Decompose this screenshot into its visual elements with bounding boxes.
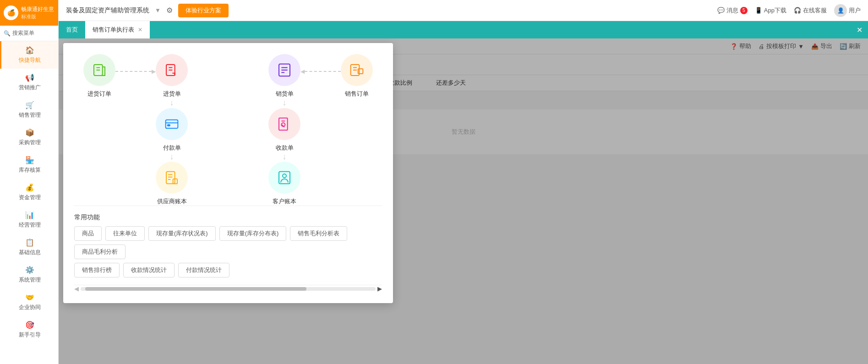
func-buttons-group-2: 销售排行榜 收款情况统计 付款情况统计 — [74, 263, 382, 277]
flow-item-sales-order[interactable]: 销售订单 — [341, 54, 373, 98]
arrow-down-payment: ↓ — [156, 152, 188, 162]
func-btn-product[interactable]: 商品 — [74, 226, 102, 241]
sales-receipt-icon — [268, 54, 300, 86]
svg-point-26 — [283, 174, 286, 178]
sidebar-menu: 🏠 快捷导航 📢 营销推广 🛒 销售管理 📦 采购管理 🏪 库存核算 💰 — [0, 41, 58, 364]
flow-item-purchase-order[interactable]: 进货订单 — [83, 54, 115, 98]
flow-row-1: 进货订单 ▶ 进货单 — [74, 54, 382, 98]
search-menu[interactable]: 🔍 搜索菜单 — [0, 26, 58, 41]
common-funcs-title: 常用功能 — [74, 213, 382, 222]
sidebar-item-enterprise[interactable]: 🤝 企业协同 — [0, 288, 58, 316]
app-container: 🍊 畅康通好生意 标准版 🔍 搜索菜单 🏠 快捷导航 📢 营销推广 🛒 销售管理 — [0, 0, 868, 364]
flow-item-purchase-receipt[interactable]: 进货单 — [156, 54, 188, 98]
online-service-item[interactable]: 🎧 在线客服 — [794, 6, 827, 15]
func-btn-receipt-stats[interactable]: 收款情况统计 — [123, 263, 175, 277]
system-name: 装备及固定资产辅助管理系统 — [66, 6, 149, 15]
svg-rect-20 — [166, 172, 175, 184]
arrow-down-sales: ↓ — [268, 98, 300, 108]
message-icon: 💬 — [717, 7, 725, 14]
purchase-icon: 📦 — [25, 128, 34, 137]
flow-arrows-down-1: ↓ ↓ — [74, 98, 382, 108]
sales-order-icon — [341, 54, 373, 86]
flow-diagram: 进货订单 ▶ 进货单 — [74, 54, 382, 206]
sidebar: 🍊 畅康通好生意 标准版 🔍 搜索菜单 🏠 快捷导航 📢 营销推广 🛒 销售管理 — [0, 0, 59, 364]
modal-overlay[interactable]: 进货订单 ▶ 进货单 — [59, 38, 868, 364]
func-btn-stock-status[interactable]: 现存量(库存状况表) — [148, 226, 216, 241]
modal: 进货订单 ▶ 进货单 — [63, 43, 393, 303]
sidebar-item-quick-nav[interactable]: 🏠 快捷导航 — [0, 41, 58, 69]
sidebar-item-marketing[interactable]: 📢 营销推广 — [0, 69, 58, 96]
logo: 🍊 畅康通好生意 标准版 — [0, 0, 58, 26]
func-btn-counterpart[interactable]: 往来单位 — [105, 226, 145, 241]
flow-arrows-down-2: ↓ ↓ — [74, 152, 382, 162]
enterprise-icon: 🤝 — [25, 293, 34, 302]
scroll-thumb[interactable] — [85, 287, 306, 291]
svg-rect-13 — [358, 69, 363, 74]
sidebar-item-purchase[interactable]: 📦 采购管理 — [0, 124, 58, 151]
sidebar-item-newbie[interactable]: 🎯 新手引导 — [0, 316, 58, 343]
sidebar-item-sales[interactable]: 🛒 销售管理 — [0, 96, 58, 124]
svg-rect-16 — [168, 125, 170, 126]
flow-item-supplier-ledger[interactable]: 供应商账本 — [156, 162, 188, 206]
arrow-down-receipt: ↓ — [268, 152, 300, 162]
headset-icon: 🎧 — [794, 7, 801, 14]
func-btn-product-margin[interactable]: 商品毛利分析 — [74, 244, 126, 259]
tab-home[interactable]: 首页 — [59, 21, 85, 38]
app-download-item[interactable]: 📱 App下载 — [755, 6, 786, 15]
svg-rect-14 — [166, 120, 178, 128]
search-icon: 🔍 — [4, 30, 11, 37]
purchase-order-icon — [83, 54, 115, 86]
message-item[interactable]: 💬 消息 5 — [717, 6, 748, 15]
marketing-icon: 📢 — [25, 73, 34, 82]
func-buttons-group: 商品 往来单位 现存量(库存状况表) 现存量(库存分布表) 销售毛利分析表 商品… — [74, 226, 382, 259]
func-btn-payment-stats[interactable]: 付款情况统计 — [178, 263, 229, 277]
sidebar-item-basic-info[interactable]: 📋 基础信息 — [0, 234, 58, 261]
trial-button[interactable]: 体验行业方案 — [178, 4, 229, 17]
customer-ledger-icon — [268, 162, 300, 194]
flow-item-customer-ledger[interactable]: 客户账本 — [268, 162, 300, 206]
tab-bar-close-icon[interactable]: ✕ — [851, 26, 868, 34]
func-btn-sales-margin[interactable]: 销售毛利分析表 — [290, 226, 347, 241]
system-icon: ⚙️ — [25, 266, 34, 274]
svg-rect-17 — [279, 118, 288, 130]
sidebar-item-operations[interactable]: 📊 经营管理 — [0, 206, 58, 234]
finance-icon: 💰 — [25, 183, 34, 192]
modal-scrollbar: ◀ ▶ — [74, 285, 382, 292]
sidebar-item-inventory[interactable]: 🏪 库存核算 — [0, 151, 58, 179]
avatar: 👤 — [834, 4, 847, 17]
func-btn-stock-dist[interactable]: 现存量(库存分布表) — [219, 226, 287, 241]
flow-row-2: 付款单 收款单 — [74, 108, 382, 152]
flow-item-payment[interactable]: 付款单 — [156, 108, 188, 152]
scroll-right-icon[interactable]: ▶ — [377, 285, 382, 292]
content-area: ❓ 帮助 🖨 按模板打印 ▼ 📤 导出 🔄 刷新 — [59, 38, 868, 364]
settings-icon[interactable]: ⚙ — [166, 6, 173, 15]
sales-icon: 🛒 — [25, 101, 34, 109]
main: 装备及固定资产辅助管理系统 ▼ ⚙ 体验行业方案 💬 消息 5 📱 App下载 … — [59, 0, 868, 364]
flow-item-sales-receipt[interactable]: 销货单 — [268, 54, 300, 98]
supplier-ledger-icon — [156, 162, 188, 194]
func-btn-sales-rank[interactable]: 销售排行榜 — [74, 263, 120, 277]
scroll-track — [81, 287, 376, 291]
home-icon: 🏠 — [25, 46, 34, 54]
header-right: 💬 消息 5 📱 App下载 🎧 在线客服 👤 用户 — [717, 4, 861, 17]
purchase-receipt-icon — [156, 54, 188, 86]
flow-item-receipt[interactable]: 收款单 — [268, 108, 300, 152]
tab-close-icon[interactable]: ✕ — [138, 27, 142, 33]
payment-icon — [156, 108, 188, 140]
arrow-1: ▶ — [115, 68, 156, 75]
basic-info-icon: 📋 — [25, 238, 34, 247]
logo-icon: 🍊 — [4, 5, 18, 20]
app-download-icon: 📱 — [755, 7, 762, 14]
top-header: 装备及固定资产辅助管理系统 ▼ ⚙ 体验行业方案 💬 消息 5 📱 App下载 … — [59, 0, 868, 21]
dropdown-icon[interactable]: ▼ — [155, 7, 161, 14]
scroll-left-icon[interactable]: ◀ — [74, 285, 79, 292]
sidebar-item-system[interactable]: ⚙️ 系统管理 — [0, 261, 58, 288]
operations-icon: 📊 — [25, 211, 34, 219]
sidebar-item-finance[interactable]: 💰 资金管理 — [0, 179, 58, 206]
tab-bar: 首页 销售订单执行表 ✕ ✕ — [59, 21, 868, 38]
user-item[interactable]: 👤 用户 — [834, 4, 861, 17]
common-functions: 常用功能 商品 往来单位 现存量(库存状况表) 现存量(库存分布表) 销售毛利分… — [74, 206, 382, 277]
message-badge: 5 — [740, 7, 748, 14]
tab-sales-order[interactable]: 销售订单执行表 ✕ — [85, 21, 150, 38]
receipt-icon — [268, 108, 300, 140]
